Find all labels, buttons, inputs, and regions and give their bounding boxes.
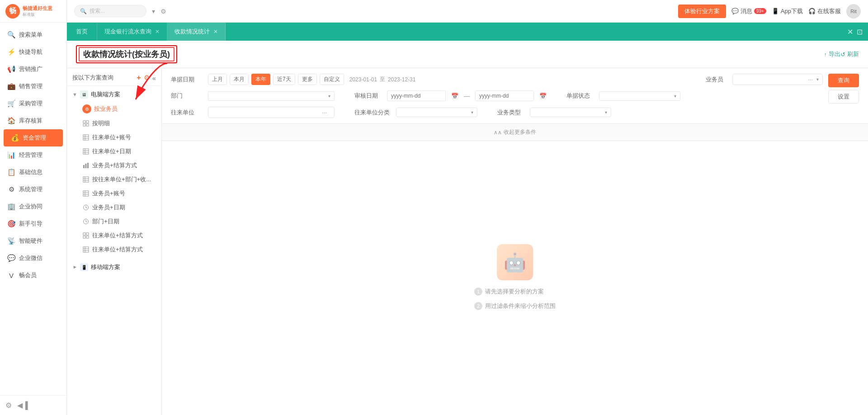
- sidebar-item-inventory[interactable]: 🏠 库存核算: [0, 112, 66, 129]
- sidebar-nav: 🔍 搜索菜单 ⚡ 快捷导航 📢 营销推广 💼 销售管理 🛒 采购管理 🏠 库存核…: [0, 23, 66, 395]
- sidebar: 畅 畅捷通好生意 标准版 🔍 搜索菜单 ⚡ 快捷导航 📢 营销推广 💼 销售管理…: [0, 0, 67, 415]
- top-actions-row: 单据日期 上月 本月 本年 近7天 更多 自定义: [171, 74, 859, 118]
- inventory-icon: 🏠: [7, 117, 15, 125]
- svg-rect-30: [86, 233, 89, 235]
- trial-btn[interactable]: 体验行业方案: [678, 5, 726, 18]
- audit-date-from[interactable]: [387, 90, 446, 101]
- refresh-icon: ↺: [840, 51, 845, 58]
- add-scheme-btn[interactable]: +: [137, 74, 141, 82]
- sidebar-item-operations[interactable]: 📊 经营管理: [0, 146, 66, 164]
- date-quick-btns: 上月 本月 本年 近7天 更多 自定义: [208, 74, 344, 85]
- scheme-item-salesman-account[interactable]: 业务员+账号: [70, 187, 159, 200]
- tab-home[interactable]: 首页: [67, 23, 97, 41]
- sidebar-item-sales[interactable]: 💼 销售管理: [0, 78, 66, 95]
- settings-bottom-icon[interactable]: ⚙: [5, 401, 12, 410]
- partner-category-select[interactable]: ▾: [396, 108, 477, 117]
- scheme-item-partner-dept-collect[interactable]: 按往来单位+部门+收...: [70, 173, 159, 186]
- export-btn[interactable]: ↑ 导出: [824, 50, 841, 58]
- audit-from-calendar-icon[interactable]: 📅: [451, 93, 458, 99]
- sidebar-item-purchase[interactable]: 🛒 采购管理: [0, 95, 66, 112]
- filter-rows-wrap: 单据日期 上月 本月 本年 近7天 更多 自定义: [171, 74, 823, 118]
- tab-bank-flow-close[interactable]: ✕: [155, 28, 160, 35]
- sidebar-item-quicknav[interactable]: ⚡ 快捷导航: [0, 43, 66, 61]
- sidebar-item-member[interactable]: V 畅会员: [0, 267, 66, 284]
- left-panel-title: 按以下方案查询: [72, 74, 137, 82]
- tab-bank-flow[interactable]: 现金银行流水查询 ✕: [97, 23, 167, 41]
- topbar-dropdown-icon[interactable]: ▾: [152, 8, 155, 15]
- filter-settings-btn[interactable]: 设置: [828, 90, 859, 104]
- sidebar-item-search[interactable]: 🔍 搜索菜单: [0, 26, 66, 43]
- sidebar-item-basic[interactable]: 📋 基础信息: [0, 164, 66, 181]
- scheme-item-by-salesman[interactable]: ⚙ 按业务员: [70, 102, 159, 116]
- sidebar-item-hardware[interactable]: 📡 智能硬件: [0, 232, 66, 250]
- date-btn-custom[interactable]: 自定义: [320, 74, 344, 85]
- salesman-dropdown-arrow: ▾: [816, 77, 819, 82]
- date-btn-this-year[interactable]: 本年: [251, 74, 270, 85]
- sidebar-bottom: ⚙ ◀▐: [0, 395, 66, 415]
- chart-icon: [82, 162, 90, 169]
- date-btn-last-month[interactable]: 上月: [208, 74, 227, 85]
- date-btn-this-month[interactable]: 本月: [230, 74, 249, 85]
- biz-type-select[interactable]: ▾: [530, 108, 611, 117]
- scheme-item-partner-settle2[interactable]: 往来单位+结算方式: [70, 243, 159, 256]
- scheme-item-partner-account[interactable]: 往来单位+账号: [70, 131, 159, 144]
- audit-date-to[interactable]: [475, 90, 534, 101]
- left-panel: 按以下方案查询 + ⚙ « ▼ 🖥 电脑端方案: [67, 68, 162, 415]
- query-btn[interactable]: 查询: [828, 74, 859, 87]
- salesman-more-btn[interactable]: ···: [808, 76, 813, 83]
- svg-rect-19: [83, 191, 89, 196]
- partner-select[interactable]: ···: [208, 107, 335, 118]
- collapse-bar[interactable]: ∧∧ 收起更多条件: [162, 124, 868, 141]
- tab-collection-stats-close[interactable]: ✕: [213, 28, 218, 35]
- scheme-item-dept-date[interactable]: 部门+日期: [70, 215, 159, 228]
- message-item[interactable]: 💬 消息 99+: [731, 7, 766, 15]
- scheme-item-partner-date[interactable]: 往来单位+日期: [70, 145, 159, 158]
- refresh-btn[interactable]: ↺ 刷新: [840, 50, 859, 58]
- doc-status-select[interactable]: ▾: [599, 91, 680, 101]
- sidebar-item-label: 营销推广: [19, 65, 42, 73]
- sidebar-item-finance[interactable]: 💰 资金管理: [4, 129, 63, 146]
- app-download-item[interactable]: 📱 App下载: [772, 7, 803, 15]
- svg-rect-29: [83, 233, 85, 235]
- tab-collection-stats[interactable]: 收款情况统计 ✕: [167, 23, 226, 41]
- collapse-panel-btn[interactable]: «: [152, 74, 156, 82]
- online-service-item[interactable]: 🎧 在线客服: [808, 7, 841, 15]
- table4-icon: [82, 190, 90, 197]
- collapse-sidebar-icon[interactable]: ◀▐: [17, 401, 28, 410]
- page-header: 收款情况统计(按业务员) ↑ 导出 ↺ 刷新: [67, 41, 868, 68]
- group-expand-arrow: ▼: [72, 92, 77, 97]
- audit-to-calendar-icon[interactable]: 📅: [539, 93, 547, 99]
- scheme-item-salesman-settle[interactable]: 业务员+结算方式: [70, 159, 159, 172]
- sidebar-item-system[interactable]: ⚙ 系统管理: [0, 181, 66, 198]
- svg-rect-31: [83, 236, 85, 238]
- scheme-item-by-detail[interactable]: 按明细: [70, 117, 159, 130]
- date-from: 2023-01-01: [349, 76, 377, 83]
- svg-line-28: [86, 222, 87, 222]
- scheme-item-salesman-date[interactable]: 业务员+日期: [70, 201, 159, 214]
- scheme-group-desktop-header[interactable]: ▼ 🖥 电脑端方案: [67, 88, 161, 101]
- topbar-gear-icon[interactable]: ⚙: [160, 8, 166, 15]
- window-close-btn[interactable]: ✕: [847, 28, 853, 36]
- tab-collection-stats-label: 收款情况统计: [175, 28, 210, 36]
- message-badge: 99+: [754, 8, 766, 14]
- salesman-select[interactable]: ··· ▾: [732, 74, 823, 85]
- svg-line-25: [86, 208, 87, 208]
- sidebar-item-marketing[interactable]: 📢 营销推广: [0, 61, 66, 78]
- scheme-item-label: 业务员+结算方式: [92, 161, 137, 170]
- scheme-item-label: 往来单位+结算方式: [92, 231, 143, 240]
- filter-row-date: 单据日期 上月 本月 本年 近7天 更多 自定义: [171, 74, 823, 85]
- topbar-search-icon: 🔍: [80, 8, 87, 14]
- window-maximize-btn[interactable]: ⊡: [857, 28, 863, 36]
- partner-more-btn[interactable]: ···: [322, 109, 327, 116]
- scheme-item-partner-settle1[interactable]: 往来单位+结算方式: [70, 229, 159, 242]
- dept-select[interactable]: ▾: [208, 91, 335, 101]
- settings-scheme-btn[interactable]: ⚙: [144, 74, 150, 82]
- date-btn-more[interactable]: 更多: [298, 74, 317, 85]
- sidebar-item-guide[interactable]: 🎯 新手引导: [0, 215, 66, 232]
- sidebar-item-wechat[interactable]: 💬 企业微信: [0, 250, 66, 267]
- sidebar-item-enterprise[interactable]: 🏢 企业协同: [0, 198, 66, 215]
- topbar-search-box[interactable]: 🔍 搜索...: [74, 5, 146, 17]
- avatar[interactable]: Rit: [846, 4, 861, 19]
- scheme-group-mobile-header[interactable]: ▼ 📱 移动端方案: [67, 260, 161, 274]
- date-btn-7days[interactable]: 近7天: [273, 74, 295, 85]
